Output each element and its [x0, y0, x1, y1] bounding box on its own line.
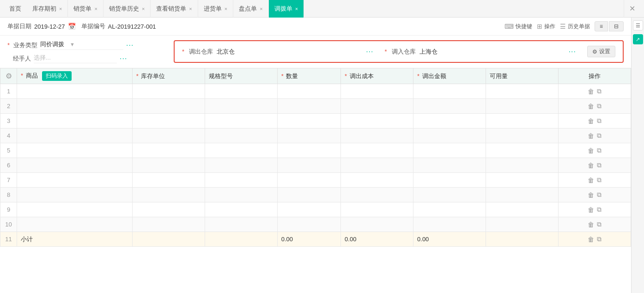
available-cell-2[interactable] — [486, 99, 559, 114]
amount-cell-10[interactable] — [413, 217, 486, 232]
product-cell-5[interactable] — [17, 143, 133, 158]
spec-cell-9[interactable] — [205, 202, 277, 217]
panel-list-icon[interactable]: ☰ — [633, 20, 643, 31]
cost-cell-8[interactable] — [341, 188, 413, 202]
copy-btn-6[interactable]: ⧉ — [597, 161, 601, 169]
tab-close-sales-history[interactable]: × — [142, 6, 145, 12]
available-cell-1[interactable] — [486, 84, 559, 99]
copy-btn-8[interactable]: ⧉ — [597, 191, 601, 199]
product-cell-7[interactable] — [17, 173, 133, 188]
warehouse-settings-btn[interactable]: ⚙ 设置 — [587, 46, 615, 57]
tab-transfer[interactable]: 调拨单 × — [269, 0, 304, 18]
copy-btn-2[interactable]: ⧉ — [597, 102, 601, 110]
spec-cell-6[interactable] — [205, 158, 277, 173]
cost-cell-4[interactable] — [341, 128, 413, 143]
delete-btn-8[interactable]: 🗑 — [588, 191, 594, 199]
copy-btn-10[interactable]: ⧉ — [597, 220, 601, 228]
unit-cell-5[interactable] — [132, 143, 205, 158]
tab-home[interactable]: 首页 — [4, 5, 27, 13]
person-more[interactable]: ··· — [120, 55, 127, 63]
table-gear-icon[interactable]: ⚙ — [6, 72, 12, 80]
spec-cell-8[interactable] — [205, 188, 277, 202]
tab-close-transfer[interactable]: × — [295, 6, 298, 12]
qty-cell-1[interactable] — [277, 84, 340, 99]
copy-btn-1[interactable]: ⧉ — [597, 87, 601, 95]
copy-btn-7[interactable]: ⧉ — [597, 176, 601, 184]
amount-cell-6[interactable] — [413, 158, 486, 173]
copy-btn-3[interactable]: ⧉ — [597, 117, 601, 125]
amount-cell-2[interactable] — [413, 99, 486, 114]
unit-cell-3[interactable] — [132, 114, 205, 128]
available-cell-9[interactable] — [486, 202, 559, 217]
cost-cell-10[interactable] — [341, 217, 413, 232]
spec-cell-2[interactable] — [205, 99, 277, 114]
available-cell-10[interactable] — [486, 217, 559, 232]
delete-btn-2[interactable]: 🗑 — [588, 103, 594, 110]
unit-cell-7[interactable] — [132, 173, 205, 188]
out-warehouse-more[interactable]: ··· — [366, 48, 373, 56]
cost-cell-7[interactable] — [341, 173, 413, 188]
cost-cell-6[interactable] — [341, 158, 413, 173]
unit-cell-9[interactable] — [132, 202, 205, 217]
tab-inventory-init[interactable]: 库存期初 × — [27, 0, 68, 18]
copy-btn-4[interactable]: ⧉ — [597, 132, 601, 140]
amount-cell-9[interactable] — [413, 202, 486, 217]
qty-cell-9[interactable] — [277, 202, 340, 217]
cost-cell-9[interactable] — [341, 202, 413, 217]
cost-cell-5[interactable] — [341, 143, 413, 158]
qty-cell-3[interactable] — [277, 114, 340, 128]
operation-btn[interactable]: ⊞ 操作 — [537, 23, 555, 31]
tab-view-sales[interactable]: 查看销货单 × — [151, 0, 198, 18]
unit-cell-6[interactable] — [132, 158, 205, 173]
delete-btn-5[interactable]: 🗑 — [588, 147, 594, 154]
product-cell-4[interactable] — [17, 128, 133, 143]
panel-export-icon[interactable]: ↗ — [633, 34, 643, 44]
cost-cell-1[interactable] — [341, 84, 413, 99]
delete-btn-6[interactable]: 🗑 — [588, 162, 594, 169]
tab-inventory-check[interactable]: 盘点单 × — [233, 0, 268, 18]
amount-cell-7[interactable] — [413, 173, 486, 188]
available-cell-7[interactable] — [486, 173, 559, 188]
tab-close-purchase[interactable]: × — [225, 6, 227, 12]
cost-cell-2[interactable] — [341, 99, 413, 114]
amount-cell-5[interactable] — [413, 143, 486, 158]
delete-btn-10[interactable]: 🗑 — [588, 221, 594, 228]
spec-cell-10[interactable] — [205, 217, 277, 232]
delete-btn-4[interactable]: 🗑 — [588, 132, 594, 140]
history-btn[interactable]: ☰ 历史单据 — [560, 23, 590, 31]
delete-btn-7[interactable]: 🗑 — [588, 177, 594, 184]
product-cell-8[interactable] — [17, 188, 133, 202]
product-cell-10[interactable] — [17, 217, 133, 232]
qty-cell-10[interactable] — [277, 217, 340, 232]
qty-cell-7[interactable] — [277, 173, 340, 188]
window-close-button[interactable]: ✕ — [624, 0, 640, 18]
delete-btn-3[interactable]: 🗑 — [588, 117, 594, 125]
available-cell-3[interactable] — [486, 114, 559, 128]
product-cell-9[interactable] — [17, 202, 133, 217]
copy-btn-9[interactable]: ⧉ — [597, 206, 601, 214]
tab-sales-order[interactable]: 销货单 × — [68, 0, 103, 18]
calendar-icon[interactable]: 📅 — [68, 23, 76, 30]
unit-cell-4[interactable] — [132, 128, 205, 143]
available-cell-8[interactable] — [486, 188, 559, 202]
person-select[interactable]: 选择... — [34, 54, 117, 63]
spec-cell-1[interactable] — [205, 84, 277, 99]
shortcut-btn[interactable]: ⌨ 快捷键 — [504, 23, 532, 31]
business-type-more[interactable]: ··· — [126, 41, 134, 49]
spec-cell-5[interactable] — [205, 143, 277, 158]
amount-cell-4[interactable] — [413, 128, 486, 143]
amount-cell-1[interactable] — [413, 84, 486, 99]
tab-purchase[interactable]: 进货单 × — [198, 0, 233, 18]
amount-cell-3[interactable] — [413, 114, 486, 128]
copy-btn-11[interactable]: ⧉ — [597, 235, 601, 243]
cost-cell-3[interactable] — [341, 114, 413, 128]
business-type-select[interactable]: 同价调拨 ▼ — [40, 40, 123, 50]
spec-cell-3[interactable] — [205, 114, 277, 128]
qty-cell-4[interactable] — [277, 128, 340, 143]
tab-close-sales-order[interactable]: × — [94, 6, 97, 12]
product-cell-6[interactable] — [17, 158, 133, 173]
product-cell-2[interactable] — [17, 99, 133, 114]
tab-close-inventory-init[interactable]: × — [59, 6, 62, 12]
available-cell-4[interactable] — [486, 128, 559, 143]
unit-cell-8[interactable] — [132, 188, 205, 202]
